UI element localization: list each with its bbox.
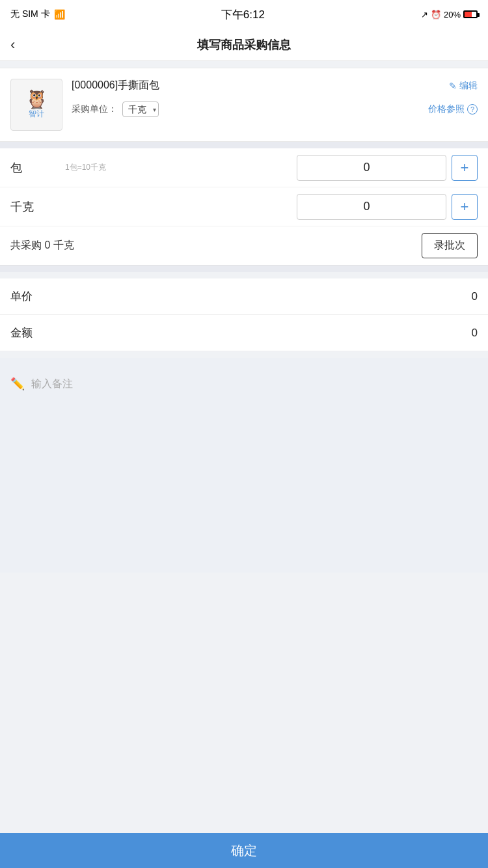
- status-left: 无 SIM 卡 📶: [10, 8, 65, 20]
- kilogram-label: 千克: [10, 199, 62, 215]
- edit-button[interactable]: ✎ 编辑: [449, 80, 478, 92]
- help-icon: ?: [467, 104, 478, 115]
- confirm-button[interactable]: 确定: [0, 833, 488, 868]
- battery-icon: [463, 10, 478, 18]
- remark-placeholder: 输入备注: [31, 377, 73, 391]
- wifi-icon: 📶: [54, 9, 65, 20]
- section-divider-1: [0, 142, 488, 148]
- unit-price-value: 0: [472, 290, 478, 303]
- summary-row: 共采购 0 千克 录批次: [0, 226, 488, 265]
- section-divider-2: [0, 265, 488, 272]
- product-logo-sub: 智计: [25, 109, 48, 120]
- price-ref-button[interactable]: 价格参照 ?: [428, 103, 478, 115]
- edit-label: 编辑: [459, 80, 478, 92]
- remark-section[interactable]: ✏️ 输入备注: [0, 358, 488, 410]
- amount-label: 金额: [10, 325, 33, 340]
- product-logo: 🦉: [25, 90, 48, 109]
- page-title: 填写商品采购信息: [197, 37, 291, 53]
- unit-select-wrap[interactable]: 千克: [122, 102, 159, 117]
- nav-bar: ‹ 填写商品采购信息: [0, 29, 488, 61]
- pencil-icon: ✏️: [10, 377, 25, 391]
- unit-price-label: 单价: [10, 289, 33, 304]
- product-image: 🦉 智计: [10, 79, 62, 131]
- edit-icon: ✎: [449, 81, 457, 91]
- product-name: [0000006]手撕面包: [72, 79, 159, 92]
- batch-button[interactable]: 录批次: [422, 233, 478, 258]
- package-input[interactable]: [297, 155, 446, 181]
- product-card: 🦉 智计 [0000006]手撕面包 ✎ 编辑 采购单位： 千克 价格参照: [0, 68, 488, 142]
- amount-value: 0: [472, 327, 478, 340]
- sim-label: 无 SIM 卡: [10, 8, 50, 20]
- kilogram-plus-button[interactable]: +: [452, 194, 478, 220]
- status-time: 下午6:12: [221, 7, 265, 22]
- status-bar: 无 SIM 卡 📶 下午6:12 ↗ ⏰ 20%: [0, 0, 488, 29]
- amount-row: 金额 0: [0, 315, 488, 351]
- location-icon: ↗: [421, 10, 428, 20]
- package-row: 包 1包=10千克 +: [0, 148, 488, 187]
- package-label: 包: [10, 160, 62, 176]
- summary-text: 共采购 0 千克: [10, 239, 74, 252]
- package-sublabel: 1包=10千克: [65, 162, 106, 173]
- product-info: [0000006]手撕面包 ✎ 编辑 采购单位： 千克 价格参照 ?: [72, 79, 478, 117]
- price-ref-label: 价格参照: [428, 103, 465, 115]
- back-button[interactable]: ‹: [10, 36, 15, 53]
- alarm-icon: ⏰: [431, 10, 441, 20]
- unit-price-row: 单价 0: [0, 278, 488, 315]
- status-right: ↗ ⏰ 20%: [421, 10, 478, 20]
- unit-select[interactable]: 千克: [122, 102, 159, 117]
- package-plus-button[interactable]: +: [452, 155, 478, 181]
- info-section: 单价 0 金额 0: [0, 278, 488, 351]
- product-name-row: [0000006]手撕面包 ✎ 编辑: [72, 79, 478, 92]
- bottom-spacer: [0, 410, 488, 573]
- input-section: 包 1包=10千克 + 千克 +: [0, 148, 488, 226]
- kilogram-input[interactable]: [297, 194, 446, 220]
- product-unit-row: 采购单位： 千克 价格参照 ?: [72, 102, 478, 117]
- unit-label: 采购单位：: [72, 103, 117, 115]
- kilogram-row: 千克 +: [0, 187, 488, 226]
- battery-percent: 20%: [444, 10, 461, 20]
